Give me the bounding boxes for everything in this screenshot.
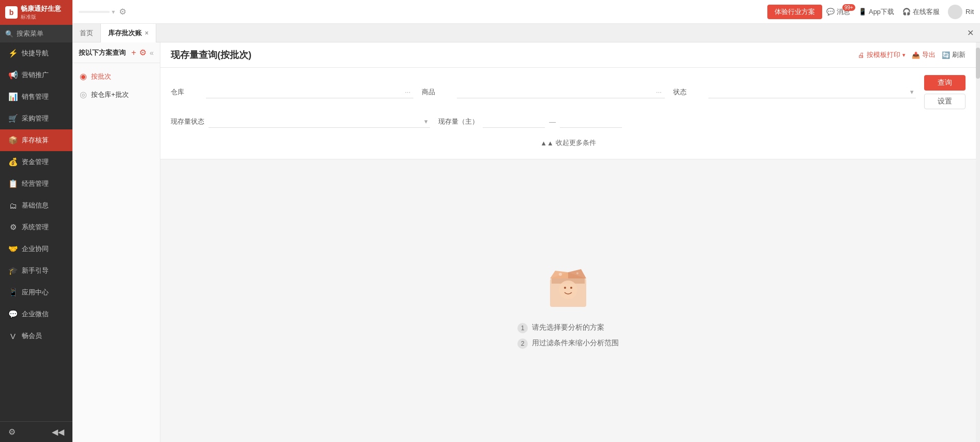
product-label: 商品 [422,87,453,97]
left-panel-header: 按以下方案查询 + ⚙ « [72,42,160,63]
add-scheme-button[interactable]: + [131,48,136,57]
sidebar-item-collab[interactable]: 🤝 企业协同 [0,238,72,260]
scheme-settings-button[interactable]: ⚙ [139,48,146,57]
sidebar-item-vip[interactable]: V 畅会员 [0,325,72,347]
sidebar-item-appcenter[interactable]: 📱 应用中心 [0,282,72,303]
settings-gear-icon[interactable]: ⚙ [119,7,126,17]
breadcrumb-arrow: ▾ [112,8,115,16]
sidebar: b 畅康通好生意 标准版 🔍 搜索菜单 ⚡ 快捷导航 📢 营销推广 📊 销售管理… [0,0,72,442]
vip-icon: V [8,331,18,341]
warehouse-label: 仓库 [171,87,202,97]
filter-row-2: 现存量状态 ▾ 现存量（主） — [171,115,966,128]
online-service-action[interactable]: 🎧 在线客服 [902,7,940,17]
sidebar-header: b 畅康通好生意 标准版 [0,0,72,25]
settings-button[interactable]: ⚙ [8,427,16,437]
sidebar-item-marketing[interactable]: 📢 营销推广 [0,64,72,86]
sidebar-item-label: 应用中心 [22,288,49,297]
sidebar-item-label: 畅会员 [22,331,42,341]
sidebar-item-finance[interactable]: 💰 资金管理 [0,151,72,173]
inventory-status-select-wrap[interactable]: ▾ [209,115,430,128]
scheme-item-label: 按批次 [91,72,111,81]
sidebar-item-label: 新手引导 [22,266,49,275]
inventory-qty-from[interactable] [483,115,545,128]
set-button[interactable]: 设置 [924,94,966,109]
sidebar-item-quicknav[interactable]: ⚡ 快捷导航 [0,42,72,64]
sidebar-item-system[interactable]: ⚙ 系统管理 [0,216,72,238]
print-dropdown-icon[interactable]: ▾ [902,52,905,58]
filter-buttons: 查询 设置 [924,75,966,109]
search-icon: 🔍 [5,30,13,38]
sidebar-item-sales[interactable]: 📊 销售管理 [0,86,72,108]
sidebar-collapse-button[interactable]: ◀◀ [52,427,64,437]
scrollbar-thumb[interactable] [976,48,980,79]
app-download-action[interactable]: 📱 App下载 [858,7,894,17]
refresh-action[interactable]: 🔄 刷新 [942,50,966,60]
panel-close-button[interactable]: ✕ [961,28,980,38]
tabbar: 首页 库存批次账 × ✕ [72,24,980,42]
sidebar-item-label: 快捷导航 [22,49,49,58]
sidebar-item-label: 企业协同 [22,244,49,254]
sidebar-item-ops[interactable]: 📋 经营管理 [0,173,72,195]
message-action[interactable]: 💬 消息 99+ [826,7,850,17]
sales-icon: 📊 [8,92,18,101]
empty-state: 1 请先选择要分析的方案 2 用过滤条件来缩小分析范围 [160,159,976,442]
avatar [948,5,962,19]
sidebar-item-newbie[interactable]: 🎓 新手引导 [0,260,72,282]
tab-close-icon[interactable]: × [145,30,149,37]
export-action[interactable]: 📤 导出 [912,50,936,60]
svg-point-4 [570,287,572,289]
appcenter-icon: 📱 [8,288,18,297]
right-scrollbar[interactable] [976,42,980,442]
product-input-wrap[interactable]: ··· [457,86,664,98]
tab-inventory-batch[interactable]: 库存批次账 × [101,24,156,42]
collapse-up-icon: ▲▲ [540,139,554,147]
svg-point-5 [559,273,562,276]
sidebar-item-label: 企业微信 [22,310,49,319]
topbar-actions: 💬 消息 99+ 📱 App下载 🎧 在线客服 Rit [826,5,974,19]
query-button[interactable]: 查询 [924,75,966,91]
inventory-icon: 📦 [8,136,18,145]
scheme-list: ◉ 按批次 ◎ 按仓库+批次 [72,63,160,442]
breadcrumb: ▾ [79,8,115,16]
export-icon: 📤 [912,51,920,59]
collapse-filter-button[interactable]: ▲▲ 收起更多条件 [171,134,966,152]
qty-dash: — [549,118,556,126]
sidebar-item-wechat[interactable]: 💬 企业微信 [0,303,72,325]
right-panel: 现存量查询(按批次) 🖨 按模板打印 ▾ 📤 导出 🔄 刷新 [160,42,976,442]
filter-inventory-status: 现存量状态 ▾ [171,115,430,128]
status-select[interactable] [708,86,916,98]
collapse-panel-button[interactable]: « [150,49,154,57]
sidebar-item-purchase[interactable]: 🛒 采购管理 [0,108,72,129]
sidebar-nav: ⚡ 快捷导航 📢 营销推广 📊 销售管理 🛒 采购管理 📦 库存核算 💰 资金管… [0,42,72,421]
tab-home[interactable]: 首页 [72,24,101,42]
app-name: 畅康通好生意 [21,4,61,13]
phone-icon: 📱 [858,8,867,16]
sidebar-item-basic[interactable]: 🗂 基础信息 [0,195,72,216]
warehouse-dots[interactable]: ··· [405,88,410,96]
product-dots[interactable]: ··· [656,88,662,96]
inventory-qty-to[interactable] [560,115,622,128]
tip-1-text: 请先选择要分析的方案 [532,323,604,332]
filter-bar: 仓库 ··· 商品 ··· 状态 [160,68,976,159]
sidebar-item-label: 库存核算 [22,136,49,145]
sidebar-item-label: 营销推广 [22,70,49,80]
left-panel-title: 按以下方案查询 [79,48,126,57]
status-select-wrap[interactable]: ▾ [708,86,916,98]
print-action[interactable]: 🖨 按模板打印 ▾ [858,50,905,60]
sidebar-item-inventory[interactable]: 📦 库存核算 [0,129,72,151]
export-label: 导出 [922,50,936,60]
message-icon: 💬 [826,8,835,16]
search-menu-item[interactable]: 🔍 搜索菜单 [0,25,72,42]
empty-svg [537,253,599,315]
inventory-qty-label: 现存量（主） [438,117,479,126]
empty-tip-1: 1 请先选择要分析的方案 [517,323,619,333]
filter-warehouse: 仓库 ··· [171,86,413,98]
search-menu-label: 搜索菜单 [17,29,43,38]
scheme-item-warehouse-batch[interactable]: ◎ 按仓库+批次 [72,85,160,104]
warehouse-input-wrap[interactable]: ··· [206,86,413,98]
scheme-item-batch[interactable]: ◉ 按批次 [72,67,160,85]
inventory-status-select[interactable] [209,115,430,127]
status-label: 状态 [673,87,704,97]
experience-btn[interactable]: 体验行业方案 [767,5,822,19]
user-profile[interactable]: Rit [948,5,974,19]
